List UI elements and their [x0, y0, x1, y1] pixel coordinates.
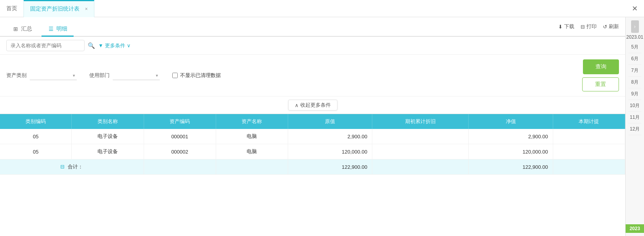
col-original: 原值 — [288, 114, 372, 129]
search-input[interactable] — [6, 40, 85, 51]
table-header-row: 类别编码 类别名称 资产编码 资产名称 原值 期初累计折旧 净值 本期计提 — [0, 114, 625, 129]
sidebar-month-item[interactable]: 12月 — [628, 123, 641, 135]
nav-home[interactable]: 首页 — [6, 5, 23, 12]
query-button[interactable]: 查询 — [583, 59, 619, 74]
collapse-up-icon: ∧ — [295, 102, 299, 108]
months-list: 5月6月7月8月9月10月11月12月 — [628, 41, 641, 135]
top-nav: 首页 固定资产折旧统计表 × ✕ — [0, 0, 644, 17]
more-conditions-toggle[interactable]: ▼ 更多条件 ∨ — [98, 42, 131, 49]
chevron-down-icon: ∨ — [127, 43, 131, 48]
sidebar-month-item[interactable]: 8月 — [628, 77, 641, 88]
table-container: 类别编码 类别名称 资产编码 资产名称 原值 期初累计折旧 净值 本期计提 05… — [0, 114, 625, 236]
hide-cleared-label: 不显示已清理数据 — [180, 72, 221, 79]
col-asset-name: 资产名称 — [216, 114, 288, 129]
tab-summary[interactable]: ⊞ 汇总 — [6, 22, 38, 37]
sidebar-month-item[interactable]: 9月 — [628, 88, 641, 100]
search-bar: 🔍 ▼ 更多条件 ∨ — [0, 37, 625, 55]
download-button[interactable]: ⬇ 下载 — [558, 23, 574, 30]
date-display: 2023.01 — [625, 33, 644, 41]
col-net-value: 净值 — [469, 114, 553, 129]
department-label: 使用部门 — [89, 72, 110, 79]
col-asset-code: 资产编码 — [144, 114, 216, 129]
left-panel: ⊞ 汇总 ☰ 明细 ⬇ 下载 ⊟ 打印 ↺ 刷新 — [0, 17, 625, 236]
tabs-row: ⊞ 汇总 ☰ 明细 — [0, 17, 552, 36]
print-button[interactable]: ⊟ 打印 — [581, 23, 597, 30]
hide-cleared-checkbox[interactable] — [172, 73, 178, 78]
asset-type-label: 资产类别 — [6, 72, 27, 79]
table-row: 05 电子设备 000001 电脑 2,900.00 2,900.00 — [0, 129, 625, 144]
sidebar-month-item[interactable]: 5月 — [628, 41, 641, 53]
col-current: 本期计提 — [553, 114, 625, 129]
collapse-button[interactable]: ∧ 收起更多条件 — [288, 100, 337, 111]
depreciation-table: 类别编码 类别名称 资产编码 资产名称 原值 期初累计折旧 净值 本期计提 05… — [0, 114, 625, 175]
department-select[interactable] — [113, 71, 160, 80]
right-sidebar: › 2023.01 5月6月7月8月9月10月11月12月 2023 — [625, 17, 644, 236]
nav-tab-depreciation[interactable]: 固定资产折旧统计表 × — [23, 0, 94, 17]
nav-tab-label: 固定资产折旧统计表 — [30, 5, 79, 13]
detail-icon: ☰ — [48, 26, 54, 32]
print-icon: ⊟ — [581, 24, 585, 30]
toolbar: ⬇ 下载 ⊟ 打印 ↺ 刷新 — [552, 20, 625, 33]
expand-arrow[interactable]: › — [631, 20, 639, 33]
department-group: 使用部门 — [89, 71, 160, 80]
reset-button[interactable]: 重置 — [582, 77, 619, 91]
total-row: ⊟ 合计： 122,900.00 122,900.00 — [0, 159, 625, 175]
sidebar-month-item[interactable]: 7月 — [628, 65, 641, 77]
filter-actions: 查询 重置 — [582, 59, 619, 91]
hide-cleared-group: 不显示已清理数据 — [172, 72, 221, 79]
tab-detail-label: 明细 — [56, 25, 67, 32]
nav-tab-close[interactable]: × — [85, 6, 88, 12]
sidebar-month-item[interactable]: 11月 — [628, 112, 641, 123]
filter-row: 资产类别 使用部门 不显示已清理数据 — [0, 55, 625, 97]
asset-type-group: 资产类别 — [6, 71, 77, 80]
more-conditions-label: 更多条件 — [105, 42, 125, 49]
tab-summary-label: 汇总 — [21, 25, 32, 32]
col-category-name: 类别名称 — [72, 114, 144, 129]
sidebar-month-item[interactable]: 10月 — [628, 100, 641, 112]
table-row: 05 电子设备 000002 电脑 120,000.00 120,000.00 — [0, 144, 625, 159]
col-category-code: 类别编码 — [0, 114, 72, 129]
asset-type-select[interactable] — [30, 71, 77, 80]
tab-detail[interactable]: ☰ 明细 — [41, 22, 74, 37]
search-icon[interactable]: 🔍 — [88, 42, 95, 49]
download-icon: ⬇ — [558, 24, 563, 30]
download-label: 下载 — [564, 23, 574, 30]
filter-icon: ▼ — [98, 43, 103, 48]
year-badge: 2023 — [626, 224, 644, 233]
refresh-label: 刷新 — [609, 23, 619, 30]
col-accumulated: 期初累计折旧 — [372, 114, 469, 129]
summary-icon: ⊞ — [13, 26, 19, 32]
window-close-button[interactable]: ✕ — [632, 4, 638, 13]
refresh-button[interactable]: ↺ 刷新 — [603, 23, 619, 30]
main-content: ⊞ 汇总 ☰ 明细 ⬇ 下载 ⊟ 打印 ↺ 刷新 — [0, 17, 644, 236]
department-select-wrapper — [113, 71, 160, 80]
asset-type-select-wrapper — [30, 71, 77, 80]
print-label: 打印 — [586, 23, 597, 30]
collapse-label: 收起更多条件 — [300, 102, 331, 109]
sidebar-month-item[interactable]: 6月 — [628, 53, 641, 65]
collapse-row: ∧ 收起更多条件 — [0, 97, 625, 114]
refresh-icon: ↺ — [603, 24, 607, 30]
